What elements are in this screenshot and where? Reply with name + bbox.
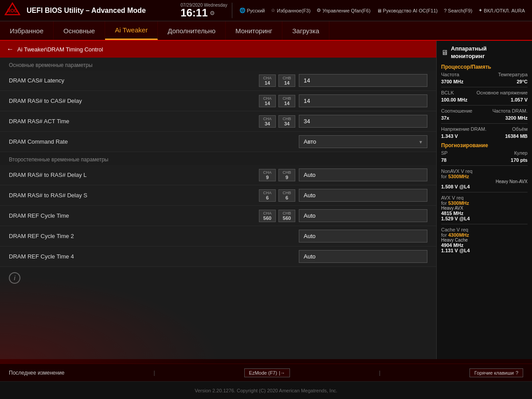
avx-val: 1.529 V @L4	[441, 216, 528, 221]
channel-badges-ras-ras-s: CHA 6 CHB 6	[259, 189, 295, 202]
freq-val: 3700 MHz	[441, 79, 463, 84]
primary-section-heading: Основные временные параметры	[0, 58, 436, 70]
rog-logo: ROG	[4, 2, 20, 19]
ref-cycle-2-input[interactable]	[299, 230, 427, 243]
cooler-label: Кулер	[514, 150, 528, 156]
aura-icon: ✦	[478, 8, 482, 13]
dram-v-row-vals: 1.343 V 16384 MB	[441, 133, 528, 139]
top-bar-right: 07/29/2020 Wednesday 16:11 ⚙ 🌐 Русский ☆…	[180, 3, 528, 18]
sp-row-vals: 78 170 pts	[441, 157, 528, 163]
breadcrumb[interactable]: ← Ai Tweaker\DRAM Timing Control	[0, 41, 436, 58]
ezmode-button[interactable]: EzMode (F7) |→	[244, 368, 290, 377]
cache-type: Heavy Cache	[441, 238, 528, 243]
channel-badges-ras-act: CHA 34 CHB 34	[259, 115, 295, 128]
temp-label: Температура	[498, 72, 528, 77]
cache-val-freq: 4904 MHz	[441, 243, 528, 248]
ras-act-input[interactable]	[299, 115, 427, 128]
command-rate-dropdown-wrapper: Авто 1T 2T	[299, 135, 427, 148]
nav-item-advanced[interactable]: Дополнительно	[158, 21, 226, 40]
oc-icon: 🖥	[377, 8, 382, 13]
chb-badge-ras-ras-l: CHB 9	[278, 169, 295, 181]
nav-item-main[interactable]: Основные	[54, 21, 105, 40]
cha-label-cas: CHA	[263, 76, 271, 80]
nav-item-aitweaker[interactable]: Ai Tweaker	[105, 21, 158, 40]
cha-badge-ras-ras-l: CHA 9	[259, 169, 276, 181]
back-arrow-icon[interactable]: ←	[7, 45, 14, 53]
avx-val-freq: 4815 MHz	[441, 211, 528, 216]
dram-size-label: Объём	[512, 126, 528, 132]
nav-item-monitor[interactable]: Мониторинг	[226, 21, 282, 40]
right-sidebar: 🖥 Аппаратный мониторинг Процессор/Память…	[437, 41, 532, 359]
dram-cas-label: DRAM CAS# Latency	[9, 77, 259, 84]
ratio-row-vals: 37x 3200 MHz	[441, 115, 528, 121]
nonavx-row: NonAVX V req for 5300MHz Heavy Non-AVX 1…	[441, 168, 528, 189]
globe-icon: 🌐	[239, 8, 246, 13]
setting-dram-command-rate: DRAM Command Rate Авто 1T 2T	[0, 132, 436, 152]
setting-dram-cas-latency: DRAM CAS# Latency CHA 14 CHB 14	[0, 70, 436, 91]
content-area: ← Ai Tweaker\DRAM Timing Control Основны…	[0, 41, 437, 359]
freq-val-row: 3700 MHz 29°C	[441, 79, 528, 84]
cha-badge-ras-cas: CHA 14	[259, 95, 276, 107]
base-label: Основное напряжение	[477, 90, 528, 95]
hotkeys-icon: ?	[516, 370, 518, 376]
dram-command-rate-label: DRAM Command Rate	[9, 138, 299, 145]
aura-button[interactable]: ✦ ВКЛ./ОТКЛ. AURA	[476, 7, 528, 14]
cha-badge-cas: CHA 14	[259, 74, 276, 87]
aioc-button[interactable]: 🖥 Руководство AI OC(F11)	[374, 7, 441, 14]
ref-cycle-4-input[interactable]	[299, 250, 427, 263]
avx-freq: 5300MHz	[448, 200, 469, 206]
chb-badge-ras-act: CHB 34	[278, 115, 295, 128]
ratio-row-labels: Соотношение Частота DRAM.	[441, 108, 528, 113]
bclk-row-vals: 100.00 MHz 1.057 V	[441, 97, 528, 102]
sp-label: SP	[441, 150, 448, 156]
nav-item-favorites[interactable]: Избранное	[0, 21, 54, 40]
bclk-row-labels: BCLK Основное напряжение	[441, 90, 528, 95]
command-rate-dropdown[interactable]: Авто 1T 2T	[299, 135, 427, 148]
nav-item-boot[interactable]: Загрузка	[282, 21, 329, 40]
ras-ras-l-input[interactable]	[299, 168, 427, 181]
sidebar-title-line1: Аппаратный	[451, 45, 487, 52]
channel-badges-ras-ras-l: CHA 9 CHB 9	[259, 169, 295, 181]
footer-text: Version 2.20.1276. Copyright (C) 2020 Am…	[195, 388, 337, 393]
setting-dram-ref-cycle: DRAM REF Cycle Time CHA 560 CHB 560	[0, 206, 436, 226]
dram-ras-cas-label: DRAM RAS# to CAS# Delay	[9, 98, 259, 104]
channel-badges-cas: CHA 14 CHB 14	[259, 74, 295, 87]
bottom-bar: Последнее изменение | EzMode (F7) |→ | Г…	[0, 364, 532, 381]
cha-badge-ras-act: CHA 34	[259, 115, 276, 128]
nonavx-val: 1.508 V @L4	[441, 184, 528, 189]
favorites-button[interactable]: ☆ Избранное(F3)	[268, 7, 313, 14]
dram-ref-cycle-4-label: DRAM REF Cycle Time 4	[9, 253, 299, 260]
base-val: 1.057 V	[511, 97, 528, 102]
avx-type: Heavy AVX	[441, 206, 528, 211]
setting-dram-ras-act: DRAM RAS# ACT Time CHA 34 CHB 34	[0, 111, 436, 132]
hotkeys-button[interactable]: Горячие клавиши ?	[469, 368, 523, 377]
dram-ref-cycle-2-label: DRAM REF Cycle Time 2	[9, 233, 299, 239]
nonavx-type: Heavy Non-AVX	[441, 179, 528, 184]
qfan-button[interactable]: ⚙ Управление Qfan(F6)	[314, 7, 373, 14]
cha-value-cas: 14	[265, 80, 270, 86]
search-icon: ?	[444, 8, 446, 13]
sidebar-title-line2: мониторинг	[451, 53, 487, 59]
freq-row: Частота Температура	[441, 72, 528, 77]
info-icon[interactable]: i	[9, 272, 20, 284]
search-button[interactable]: ? Search(F9)	[441, 7, 475, 14]
bclk-val: 100.00 MHz	[441, 97, 467, 102]
ref-cycle-input[interactable]	[299, 209, 427, 222]
dram-ras-ras-s-label: DRAM RAS# to RAS# Delay S	[9, 192, 259, 199]
setting-dram-ref-cycle-4: DRAM REF Cycle Time 4	[0, 246, 436, 267]
lang-button[interactable]: 🌐 Русский	[237, 7, 268, 14]
dram-v-row-labels: Напряжение DRAM. Объём	[441, 126, 528, 132]
ras-ras-s-input[interactable]	[299, 189, 427, 202]
dram-size-val: 16384 MB	[505, 133, 528, 139]
settings-icon[interactable]: ⚙	[210, 10, 215, 16]
cha-badge-ras-ras-s: CHA 6	[259, 189, 276, 202]
chb-badge-ras-cas: CHB 14	[278, 95, 295, 107]
nonavx-label: NonAVX V req for 5300MHz	[441, 168, 528, 179]
ratio-val: 37x	[441, 115, 449, 121]
ratio-label: Соотношение	[441, 108, 472, 113]
dram-freq-label: Частота DRAM.	[493, 108, 528, 113]
ras-cas-input[interactable]	[299, 94, 427, 107]
nav-bar: Избранное Основные Ai Tweaker Дополнител…	[0, 21, 532, 41]
info-area: i	[0, 267, 436, 289]
cas-latency-input[interactable]	[299, 74, 427, 87]
